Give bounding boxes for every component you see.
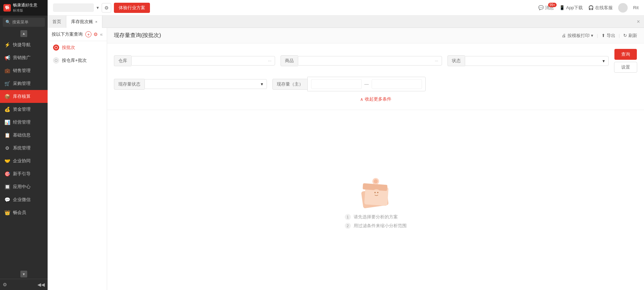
sidebar-search[interactable]: 🔍 搜索菜单 xyxy=(3,18,45,27)
sidebar-item-purchase[interactable]: 🛒 采购管理 xyxy=(0,77,48,90)
inventory-status-select[interactable]: ▾ xyxy=(145,79,267,89)
sidebar-item-newbie[interactable]: 🎯 新手引导 xyxy=(0,167,48,180)
wechat-icon: 💬 xyxy=(4,197,10,203)
left-panel: 按以下方案查询 + ⚙ « 按批次 按仓库+批次 xyxy=(48,28,107,290)
enterprise-icon: 🤝 xyxy=(4,158,10,164)
search-icon: 🔍 xyxy=(5,20,11,24)
service-label: 在线客服 xyxy=(595,5,613,11)
solution-by-warehouse-batch-label: 按仓库+批次 xyxy=(62,57,87,64)
sidebar-item-quick-nav[interactable]: ⚡ 快捷导航 xyxy=(0,38,48,51)
left-panel-actions: + ⚙ « xyxy=(85,31,103,37)
print-template-btn[interactable]: 🖨 按模板打印 ▾ xyxy=(562,33,593,39)
refresh-btn[interactable]: ↻ 刷新 xyxy=(623,33,637,39)
product-input[interactable]: ··· xyxy=(298,56,442,66)
settings-btn[interactable]: 设置 xyxy=(614,62,637,73)
inventory-icon: 📦 xyxy=(4,93,10,99)
empty-hint-2: 2 用过滤条件来缩小分析范围 xyxy=(345,223,407,229)
product-label: 商品 xyxy=(281,55,298,66)
scroll-up-btn[interactable]: ▲ xyxy=(20,30,27,37)
refresh-icon: ↻ xyxy=(623,33,627,38)
export-btn[interactable]: ⬆ 导出 xyxy=(601,33,615,39)
tab-close-icon[interactable]: × xyxy=(95,20,97,24)
left-panel-header: 按以下方案查询 + ⚙ « xyxy=(48,28,107,41)
sidebar-item-basic[interactable]: 📋 基础信息 xyxy=(0,129,48,142)
inventory-status-filter-group: 现存量状态 ▾ xyxy=(114,79,267,90)
hint-2-num: 2 xyxy=(345,223,351,229)
sidebar-item-system[interactable]: ⚙ 系统管理 xyxy=(0,142,48,155)
basic-icon: 📋 xyxy=(4,132,10,138)
sidebar-header: 畅 畅康通好生意 标准版 xyxy=(0,0,48,16)
topbar-search-input[interactable] xyxy=(53,3,94,12)
tabs-close-all-btn[interactable]: × xyxy=(633,19,644,25)
sidebar-item-marketing[interactable]: 📢 营销推广 xyxy=(0,51,48,64)
svg-point-9 xyxy=(377,192,378,193)
page-title-bar: 现存量查询(按批次) 🖨 按模板打印 ▾ | ⬆ 导出 | ↻ xyxy=(107,28,644,43)
service-icon: 🎧 xyxy=(588,5,594,10)
industry-btn[interactable]: 体验行业方案 xyxy=(114,3,150,13)
status-dropdown-icon: ▾ xyxy=(603,58,605,64)
content-area: 按以下方案查询 + ⚙ « 按批次 按仓库+批次 xyxy=(48,28,644,290)
sidebar-item-label: 销售管理 xyxy=(13,68,31,74)
quantity-from-input[interactable] xyxy=(311,79,361,89)
user-avatar[interactable] xyxy=(618,3,628,13)
topbar: ▾ ⚙ 体验行业方案 💬 消息 99+ 📱 App下载 🎧 在线客服 Rit xyxy=(48,0,644,16)
solution-by-batch[interactable]: 按批次 xyxy=(48,41,107,54)
messages-btn[interactable]: 💬 消息 99+ xyxy=(538,5,554,11)
sidebar-item-member[interactable]: 👑 畅会员 xyxy=(0,206,48,219)
app-logo: 畅 xyxy=(3,4,11,12)
app-icon: 📱 xyxy=(559,5,565,10)
sidebar-item-enterprise[interactable]: 🤝 企业协同 xyxy=(0,155,48,167)
settings-bottom-icon[interactable]: ⚙ xyxy=(3,282,7,287)
empty-hint-1: 1 请先选择要分析的方案 xyxy=(345,214,407,220)
svg-point-7 xyxy=(372,189,380,197)
sidebar-item-wechat[interactable]: 💬 企业微信 xyxy=(0,193,48,206)
sidebar-item-sales[interactable]: 💼 销售管理 xyxy=(0,64,48,77)
sidebar-nav: ⚡ 快捷导航 📢 营销推广 💼 销售管理 🛒 采购管理 📦 库存核算 💰 资金管… xyxy=(0,38,48,269)
scroll-down-btn[interactable]: ▼ xyxy=(20,271,27,277)
sidebar-item-label: 采购管理 xyxy=(13,80,31,87)
export-label: 导出 xyxy=(607,33,615,39)
newbie-icon: 🎯 xyxy=(4,171,10,177)
tabs-bar: 首页 库存批次账 × × xyxy=(48,16,644,28)
product-more-icon: ··· xyxy=(435,58,438,63)
topbar-dropdown[interactable]: ▾ xyxy=(97,5,99,10)
solution-by-warehouse-batch[interactable]: 按仓库+批次 xyxy=(48,54,107,67)
sidebar-item-inventory[interactable]: 📦 库存核算 xyxy=(0,90,48,103)
username-label[interactable]: Rit xyxy=(633,5,639,10)
sidebar-item-label: 企业协同 xyxy=(13,158,31,164)
status-label: 状态 xyxy=(447,55,465,66)
query-btn[interactable]: 查询 xyxy=(614,49,637,60)
dropdown-arrow-icon: ▾ xyxy=(97,5,99,10)
app-download-btn[interactable]: 📱 App下载 xyxy=(559,5,583,11)
tab-inventory-batch[interactable]: 库存批次账 × xyxy=(66,16,102,28)
hint-2-text: 用过滤条件来缩小分析范围 xyxy=(354,223,407,229)
app-download-label: App下载 xyxy=(566,5,583,11)
sidebar-item-apps[interactable]: 🔲 应用中心 xyxy=(0,180,48,193)
add-solution-icon[interactable]: + xyxy=(85,31,91,37)
print-dropdown-icon[interactable]: ▾ xyxy=(591,33,593,38)
left-panel-title: 按以下方案查询 xyxy=(52,31,83,37)
app-title: 畅康通好生意 xyxy=(13,3,37,8)
quantity-to-input[interactable] xyxy=(372,79,422,89)
topbar-gear-btn[interactable]: ⚙ xyxy=(102,3,111,13)
action-divider-1: | xyxy=(597,33,598,38)
sidebar: 畅 畅康通好生意 标准版 🔍 搜索菜单 ▲ ⚡ 快捷导航 📢 营销推广 💼 销售… xyxy=(0,0,48,290)
filter-row-1: 仓库 ··· 商品 ··· 状态 xyxy=(114,49,637,73)
collapse-sidebar-icon[interactable]: ◀◀ xyxy=(37,282,45,287)
settings-solution-icon[interactable]: ⚙ xyxy=(94,32,98,37)
operation-icon: 📊 xyxy=(4,119,10,125)
tab-home[interactable]: 首页 xyxy=(48,16,66,28)
message-icon: 💬 xyxy=(538,5,544,10)
warehouse-label: 仓库 xyxy=(114,55,131,66)
collapse-panel-icon[interactable]: « xyxy=(100,32,103,37)
sidebar-item-finance[interactable]: 💰 资金管理 xyxy=(0,103,48,116)
app-info: 畅康通好生意 标准版 xyxy=(13,3,37,13)
messages-badge: 99+ xyxy=(548,3,557,7)
sidebar-item-operation[interactable]: 📊 经营管理 xyxy=(0,116,48,129)
status-select[interactable]: ▾ xyxy=(465,56,609,66)
collapse-btn[interactable]: ∧ 收起更多条件 xyxy=(360,94,391,104)
hint-1-text: 请先选择要分析的方案 xyxy=(354,214,398,220)
warehouse-input[interactable]: ··· xyxy=(131,56,275,66)
inventory-status-dropdown-icon: ▾ xyxy=(261,81,263,87)
online-service-btn[interactable]: 🎧 在线客服 xyxy=(588,5,613,11)
